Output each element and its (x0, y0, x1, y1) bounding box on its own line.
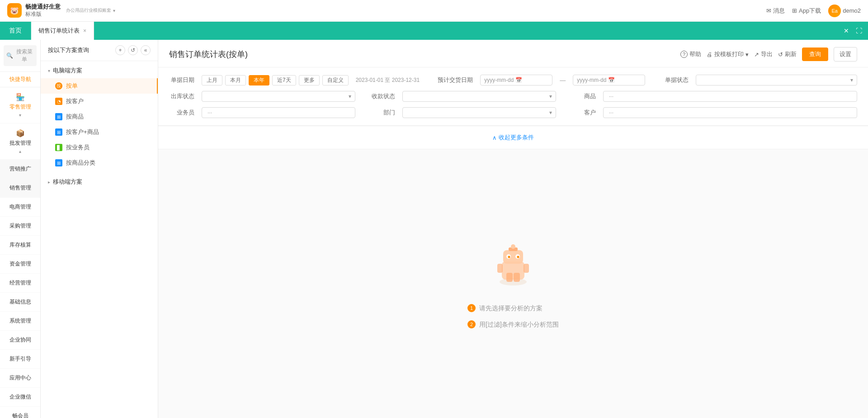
product-input[interactable]: ··· (603, 91, 857, 102)
sidebar-item-basic[interactable]: 基础信息 (0, 293, 40, 312)
scheme-refresh-btn[interactable]: ↺ (128, 45, 138, 55)
empty-illustration (486, 237, 540, 291)
export-btn[interactable]: ↗ 导出 (754, 50, 773, 58)
collapse-bar: ∧ 收起更多条件 (158, 126, 868, 149)
settings-btn[interactable]: 设置 (834, 47, 857, 62)
message-btn[interactable]: ✉ 消息 (766, 7, 785, 15)
date-btn-7days[interactable]: 近7天 (272, 75, 296, 86)
sidebar-item-inventory[interactable]: 库存核算 (0, 236, 40, 255)
forecast-date-start[interactable]: yyyy-mm-dd 📅 (480, 75, 552, 86)
salesperson-input[interactable]: ··· (202, 107, 355, 118)
avatar: Ea (828, 5, 841, 17)
calendar-icon-2: 📅 (608, 77, 615, 83)
query-btn[interactable]: 查询 (802, 48, 828, 61)
scheme-mobile-group: ▸ 移动端方案 (41, 172, 158, 191)
tab-active[interactable]: 销售订单统计表 × (31, 22, 94, 40)
date-separator: — (560, 77, 566, 84)
logo-title: 畅捷通好生意 (25, 3, 61, 11)
refresh-btn[interactable]: ↺ 刷新 (778, 50, 797, 58)
salesperson-more-icon: ··· (208, 109, 212, 116)
main-layout: 🔍 帮助 搜索菜单 快捷导航 🏪 零售管理 ▾ 📦 批发管理 ▴ 营销推广 销售… (0, 40, 868, 418)
filter-row-2: 出库状态 ▾ 收款状态 ▾ 商品 ··· (169, 91, 857, 102)
app-download-btn[interactable]: ⊞ App下载 (792, 7, 821, 15)
department-arrow-icon: ▾ (549, 109, 552, 116)
receipt-status-select[interactable]: ▾ (402, 91, 556, 102)
sidebar-item-member-label: 畅会员 (12, 412, 28, 418)
sidebar-item-enterprise[interactable]: 企业协同 (0, 331, 40, 350)
scheme-item-by-product-category[interactable]: ⊞ 按商品分类 (41, 155, 158, 171)
retail-arrow-icon: ▾ (19, 113, 21, 118)
sidebar-item-sales[interactable]: 销售管理 (0, 179, 40, 198)
logo-subtitle: 标准版 (25, 11, 61, 18)
tab-expand-btn[interactable]: ⛶ (854, 25, 864, 36)
sidebar-item-retail-label: 零售管理 (9, 103, 31, 111)
department-select[interactable]: ▾ (402, 107, 556, 118)
content-area: 按以下方案查询 + ↺ « ▾ 电脑端方案 按 按单 ◔ 按客户 (41, 40, 868, 418)
sidebar-item-wholesale-label: 批发管理 (9, 139, 31, 147)
tab-close-window-btn[interactable]: ✕ (841, 25, 852, 36)
search-icon: 🔍 (6, 52, 13, 59)
user-profile[interactable]: Ea demo2 (828, 5, 861, 17)
tab-bar: 首页 销售订单统计表 × ✕ ⛶ (0, 22, 868, 40)
collapse-filters-btn[interactable]: ∧ 收起更多条件 (492, 133, 534, 142)
tab-home[interactable]: 首页 (0, 22, 31, 40)
sidebar-item-member[interactable]: 畅会员 (0, 407, 40, 418)
customer-input[interactable]: ··· (603, 107, 857, 118)
scheme-item-by-salesperson[interactable]: ▊ 按业务员 (41, 140, 158, 155)
scheme-icon-customer: ◔ (55, 98, 62, 105)
tab-close-btn[interactable]: × (83, 28, 86, 34)
svg-point-8 (517, 256, 519, 258)
filter-area: 单据日期 上月 本月 本年 近7天 更多 自定义 2023-01-01 至 20… (158, 67, 868, 126)
scheme-item-by-customer[interactable]: ◔ 按客户 (41, 94, 158, 109)
scheme-item-by-customer-product[interactable]: ⊞ 按客户+商品 (41, 124, 158, 140)
industry-selector[interactable]: 办公用品行业模拟账套 ▾ (66, 7, 115, 14)
sidebar-item-wholesale[interactable]: 📦 批发管理 ▴ (0, 124, 40, 160)
scheme-item-by-doc[interactable]: 按 按单 (41, 78, 158, 94)
sidebar-item-apps[interactable]: 应用中心 (0, 369, 40, 388)
date-btn-this-year[interactable]: 本年 (249, 75, 269, 86)
sidebar-item-system-label: 系统管理 (9, 317, 31, 325)
doc-status-arrow-icon: ▾ (850, 77, 853, 83)
help-btn[interactable]: ? 帮助 (680, 50, 701, 58)
right-panel: 销售订单统计表(按单) ? 帮助 🖨 按模板打印 ▾ ↗ 导出 (158, 40, 868, 418)
step-1-num: 1 (467, 304, 476, 312)
scheme-header: 按以下方案查询 + ↺ « (41, 40, 158, 61)
sidebar-item-operations[interactable]: 经营管理 (0, 274, 40, 293)
outbound-arrow-icon: ▾ (349, 93, 351, 100)
scheme-item-by-product-label: 按商品 (66, 113, 84, 121)
sidebar-item-wechat[interactable]: 企业微信 (0, 388, 40, 407)
scheme-group-header-mobile[interactable]: ▸ 移动端方案 (41, 174, 158, 190)
scheme-group-header-desktop[interactable]: ▾ 电脑端方案 (41, 63, 158, 78)
quick-nav-btn[interactable]: 快捷导航 (0, 72, 40, 87)
scheme-icon-customer-product: ⊞ (55, 128, 62, 136)
search-menu-btn[interactable]: 🔍 帮助 搜索菜单 (4, 45, 37, 66)
sidebar-item-purchase[interactable]: 采购管理 (0, 217, 40, 236)
sidebar-item-finance[interactable]: 资金管理 (0, 255, 40, 274)
doc-status-select[interactable]: ▾ (696, 75, 857, 86)
sidebar-item-newbie[interactable]: 新手引导 (0, 350, 40, 369)
outbound-status-select[interactable]: ▾ (202, 91, 355, 102)
forecast-date-end[interactable]: yyyy-mm-dd 📅 (573, 75, 645, 86)
print-btn[interactable]: 🖨 按模板打印 ▾ (707, 50, 749, 58)
sidebar-item-system[interactable]: 系统管理 (0, 312, 40, 331)
date-btn-custom[interactable]: 自定义 (322, 75, 349, 86)
sidebar-item-ecommerce[interactable]: 电商管理 (0, 198, 40, 217)
sidebar-item-wechat-label: 企业微信 (9, 393, 31, 401)
sidebar-item-retail[interactable]: 🏪 零售管理 ▾ (0, 87, 40, 124)
doc-status-label: 单据状态 (663, 76, 689, 84)
svg-rect-11 (506, 273, 513, 282)
scheme-collapse-btn[interactable]: « (141, 45, 151, 55)
scheme-item-by-customer-label: 按客户 (66, 97, 84, 105)
filter-row-3: 业务员 ··· 部门 ▾ 客户 ··· (169, 107, 857, 118)
forecast-start-placeholder: yyyy-mm-dd (484, 77, 514, 83)
export-label: 导出 (761, 50, 773, 58)
date-btn-more[interactable]: 更多 (299, 75, 320, 86)
receipt-label: 收款状态 (370, 92, 395, 100)
scheme-add-btn[interactable]: + (115, 45, 125, 55)
sidebar-item-marketing[interactable]: 营销推广 (0, 160, 40, 179)
page-title-bar: 销售订单统计表(按单) ? 帮助 🖨 按模板打印 ▾ ↗ 导出 (158, 40, 868, 67)
date-btn-this-month[interactable]: 本月 (225, 75, 246, 86)
scheme-item-by-doc-label: 按单 (66, 82, 78, 90)
date-btn-last-month[interactable]: 上月 (202, 75, 222, 86)
scheme-item-by-product[interactable]: ⊞ 按商品 (41, 109, 158, 124)
